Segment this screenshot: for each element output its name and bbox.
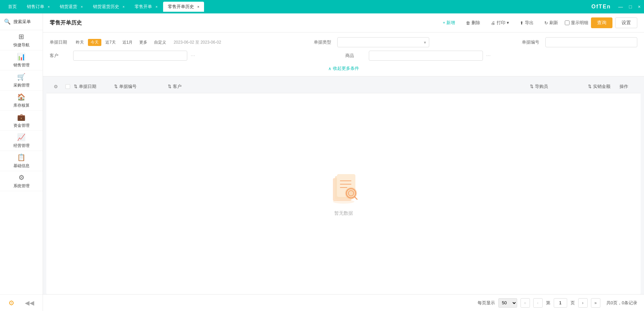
col-amount-label: 实销金额 — [593, 84, 610, 90]
sidebar-search[interactable]: 🔍 搜索采单 — [0, 13, 43, 30]
tab-close-sales-return[interactable]: × — [81, 5, 83, 9]
goods-label: 商品 — [345, 53, 365, 59]
tab-retail-open[interactable]: 零售开单 × — [130, 2, 162, 12]
tab-close-retail-open-history[interactable]: × — [197, 5, 199, 9]
date-btn-last7[interactable]: 近7天 — [103, 39, 118, 46]
total-label: 共0页，0条记录 — [606, 300, 637, 306]
main-layout: 🔍 搜索采单 ⊞快捷导航📊销售管理🛒采购管理🏠库存核算💼资金管理📈经营管理📋基础… — [0, 13, 644, 311]
print-button[interactable]: 🖨 打印 ▾ — [487, 18, 513, 28]
sidebar-item-label-finance: 资金管理 — [13, 123, 30, 128]
collapse-button[interactable]: ∧ 收起更多条件 — [328, 65, 359, 71]
toolbar-actions: + 新增 🗑 🗑 删除 删除 🖨 打印 ▾ ⬆ 导出 ↻ 刷新 — [439, 17, 637, 32]
col-amount: ⇅ 实销金额 — [570, 84, 610, 90]
page-input[interactable] — [554, 298, 567, 308]
col-number-label: 单据编号 — [119, 84, 137, 90]
goods-input[interactable] — [369, 51, 483, 61]
sidebar-item-quick-nav[interactable]: ⊞快捷导航 — [0, 30, 43, 50]
top-bar: 首页销售订单 ×销货退货 ×销货退货历史 ×零售开单 ×零售开单历史 × OfT… — [0, 0, 644, 13]
delete-icon: 🗑 — [466, 20, 470, 25]
close-window-btn[interactable]: × — [638, 4, 641, 9]
tab-sales-return[interactable]: 销货退货 × — [55, 2, 87, 12]
minimize-btn[interactable]: — — [618, 4, 623, 9]
sidebar-item-label-inventory: 库存核算 — [13, 103, 30, 108]
display-detail-toggle[interactable]: 显示明细 — [565, 20, 588, 26]
tab-home[interactable]: 首页 — [3, 2, 21, 12]
finance-icon: 💼 — [17, 113, 26, 121]
col-number: ⇅ 单据编号 — [114, 84, 168, 90]
content-area: 零售开单历史 + 新增 🗑 🗑 删除 删除 🖨 打印 ▾ ⬆ 导出 ↻ — [43, 13, 644, 311]
header-checkbox[interactable] — [65, 84, 70, 89]
goods-dots[interactable]: ··· — [486, 53, 491, 59]
sidebar-item-sys-mgmt[interactable]: ⚙系统管理 — [0, 171, 43, 191]
inventory-icon: 🏠 — [17, 93, 26, 101]
display-detail-checkbox[interactable] — [565, 20, 569, 25]
page-title: 零售开单历史 — [50, 19, 82, 31]
base-info-icon: 📋 — [17, 153, 26, 161]
number-input[interactable] — [545, 37, 637, 47]
quick-nav-icon: ⊞ — [18, 33, 24, 41]
date-range-text: 2023-06-02 至 2023-06-02 — [174, 40, 221, 45]
sidebar-item-finance[interactable]: 💼资金管理 — [0, 111, 43, 131]
sidebar-item-label-quick-nav: 快捷导航 — [13, 42, 30, 48]
table-header: ⚙ ⇅ 单据日期 ⇅ 单据编号 ⇅ 客户 ⇅ — [46, 80, 641, 93]
empty-text: 暂无数据 — [334, 210, 353, 216]
export-button[interactable]: ⬆ 导出 — [516, 18, 538, 28]
date-btn-last1m[interactable]: 近1月 — [120, 39, 136, 46]
export-icon: ⬆ — [520, 20, 524, 25]
col-check[interactable] — [62, 84, 74, 89]
empty-icon — [327, 171, 360, 205]
page-label: 页 — [571, 300, 575, 306]
sidebar-item-operations[interactable]: 📈经营管理 — [0, 131, 43, 151]
col-date: ⇅ 单据日期 — [74, 84, 114, 90]
customer-input[interactable] — [73, 51, 187, 61]
sidebar-item-purchase-mgmt[interactable]: 🛒采购管理 — [0, 70, 43, 91]
date-btn-custom[interactable]: 自定义 — [151, 39, 169, 46]
date-btn-today[interactable]: 今天 — [88, 39, 101, 46]
setting-button[interactable]: 设置 — [615, 17, 637, 28]
type-select[interactable]: ▾ — [337, 37, 429, 47]
col-settings[interactable]: ⚙ — [50, 84, 62, 89]
search-icon: 🔍 — [4, 18, 11, 25]
query-button[interactable]: 查询 — [591, 17, 612, 28]
page-size-select[interactable]: 50 20 100 200 — [498, 298, 517, 308]
tab-bar: 首页销售订单 ×销货退货 ×销货退货历史 ×零售开单 ×零售开单历史 × — [3, 2, 591, 12]
settings-icon: ⚙ — [54, 84, 58, 89]
refresh-icon: ↻ — [544, 20, 548, 25]
col-guide-label: 导购员 — [535, 84, 548, 90]
sidebar-collapse-icon[interactable]: ◀◀ — [25, 299, 34, 307]
tab-close-retail-open[interactable]: × — [155, 5, 157, 9]
sidebar-item-sales-mgmt[interactable]: 📊销售管理 — [0, 50, 43, 70]
next-page-btn[interactable]: › — [578, 298, 588, 308]
sidebar: 🔍 搜索采单 ⊞快捷导航📊销售管理🛒采购管理🏠库存核算💼资金管理📈经营管理📋基础… — [0, 13, 43, 311]
brand-label: OfTEn — [591, 4, 611, 10]
last-page-btn[interactable]: » — [591, 298, 600, 308]
col-date-label: 单据日期 — [79, 84, 96, 90]
maximize-btn[interactable]: □ — [629, 4, 632, 9]
sidebar-item-label-base-info: 基础信息 — [13, 163, 30, 169]
tab-close-sales-return-history[interactable]: × — [122, 5, 125, 9]
sidebar-bottom: ⚙ ◀◀ — [0, 294, 43, 311]
first-page-btn[interactable]: « — [521, 298, 530, 308]
print-icon: 🖨 — [491, 20, 495, 25]
pagination-bar: 每页显示 50 20 100 200 « ‹ 第 页 › » 共0页，0条记录 — [43, 294, 644, 311]
tab-close-sales-order[interactable]: × — [48, 5, 50, 9]
customer-dots[interactable]: ··· — [191, 53, 195, 59]
refresh-button[interactable]: ↻ 刷新 — [540, 18, 562, 28]
tab-sales-order[interactable]: 销售订单 × — [22, 2, 54, 12]
sidebar-item-label-purchase-mgmt: 采购管理 — [13, 83, 30, 88]
date-btn-yesterday[interactable]: 昨天 — [73, 39, 87, 46]
page-size-label: 每页显示 — [478, 300, 495, 306]
sidebar-item-base-info[interactable]: 📋基础信息 — [0, 151, 43, 171]
prev-page-btn[interactable]: ‹ — [533, 298, 543, 308]
purchase-mgmt-icon: 🛒 — [17, 73, 26, 81]
tab-retail-open-history[interactable]: 零售开单历史 × — [163, 2, 204, 12]
add-button[interactable]: + 新增 — [439, 18, 459, 28]
sidebar-settings-icon[interactable]: ⚙ — [8, 299, 14, 307]
sidebar-item-inventory[interactable]: 🏠库存核算 — [0, 91, 43, 111]
type-select-arrow: ▾ — [424, 40, 426, 45]
sales-mgmt-icon: 📊 — [17, 53, 26, 61]
delete-button[interactable]: 🗑 🗑 删除 删除 — [462, 18, 484, 28]
window-controls: OfTEn — □ × — [591, 4, 641, 10]
date-btn-more[interactable]: 更多 — [137, 39, 150, 46]
tab-sales-return-history[interactable]: 销货退货历史 × — [88, 2, 129, 12]
